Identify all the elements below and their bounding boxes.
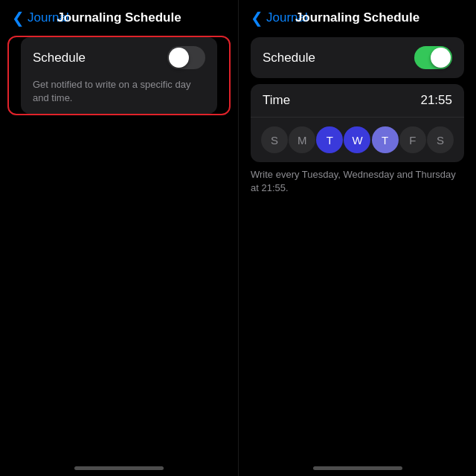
- left-content: Schedule Get notified to write on a spec…: [0, 31, 238, 466]
- left-toggle-thumb: [169, 48, 189, 68]
- left-schedule-label: Schedule: [33, 51, 86, 65]
- left-panel: ❮ Journal Journaling Schedule Schedule G…: [0, 0, 238, 476]
- left-schedule-row: Schedule: [21, 37, 217, 78]
- left-schedule-section: Schedule Get notified to write on a spec…: [21, 37, 217, 114]
- day-tuesday[interactable]: T: [316, 126, 343, 153]
- left-page-title: Journaling Schedule: [57, 10, 181, 25]
- left-header: ❮ Journal Journaling Schedule: [0, 0, 238, 31]
- left-back-chevron-icon: ❮: [12, 10, 25, 25]
- right-toggle-thumb: [431, 48, 451, 68]
- schedule-highlighted-container: Schedule Get notified to write on a spec…: [9, 37, 229, 114]
- right-schedule-row: Schedule: [251, 37, 464, 78]
- right-back-chevron-icon: ❮: [251, 10, 263, 25]
- time-value: 21:55: [420, 93, 452, 108]
- day-monday[interactable]: M: [289, 126, 315, 153]
- day-saturday[interactable]: S: [427, 126, 454, 153]
- day-sunday[interactable]: S: [261, 126, 288, 153]
- right-schedule-hint: Write every Tuesday, Wednesday and Thurs…: [239, 162, 476, 198]
- right-schedule-section: Schedule: [251, 37, 464, 78]
- day-thursday[interactable]: T: [372, 126, 399, 153]
- right-home-indicator: [313, 466, 402, 470]
- day-friday[interactable]: F: [399, 126, 426, 153]
- days-row: S M T W T F S: [251, 118, 464, 162]
- left-home-indicator: [74, 466, 164, 470]
- time-label: Time: [263, 93, 290, 108]
- right-schedule-toggle[interactable]: [414, 46, 452, 69]
- day-wednesday[interactable]: W: [344, 126, 370, 153]
- right-panel: ❮ Journal Journaling Schedule Schedule T…: [238, 0, 476, 476]
- right-header: ❮ Journal Journaling Schedule: [239, 0, 476, 31]
- left-hint-text: Get notified to write on a specific day …: [21, 78, 217, 114]
- right-content: Schedule Time 21:55 S M T W T F S Write …: [239, 31, 476, 466]
- left-schedule-toggle[interactable]: [167, 46, 205, 69]
- right-schedule-label: Schedule: [263, 51, 315, 65]
- time-section: Time 21:55 S M T W T F S: [251, 84, 464, 162]
- time-row[interactable]: Time 21:55: [251, 84, 464, 118]
- right-page-title: Journaling Schedule: [295, 10, 419, 25]
